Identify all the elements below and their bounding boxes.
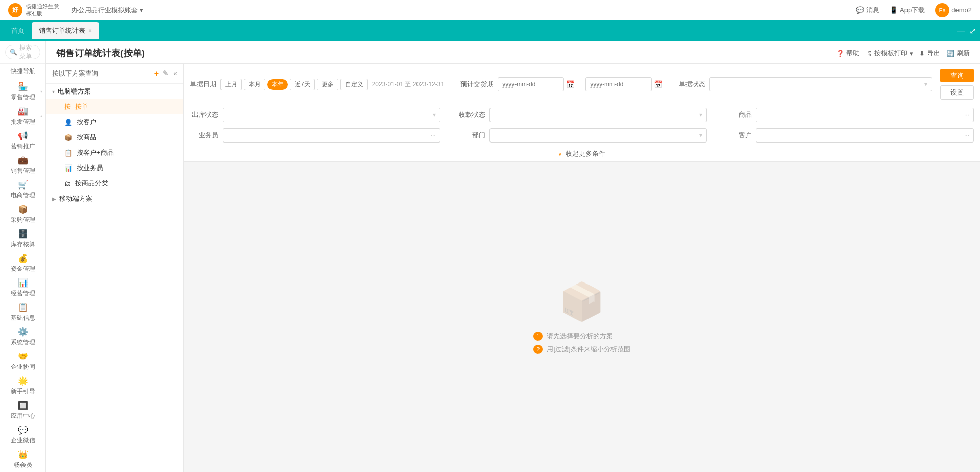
refresh-button[interactable]: 🔄 刷新 <box>946 49 970 58</box>
print-chevron-icon: ▾ <box>910 50 913 57</box>
tab-close-button[interactable]: × <box>88 27 92 34</box>
date-range-text: 2023-01-01 至 2023-12-31 <box>372 80 444 89</box>
apps-icon: 🔲 <box>18 400 28 410</box>
date-btn-7days[interactable]: 近7天 <box>290 79 315 90</box>
date-btn-last-month[interactable]: 上月 <box>220 79 242 90</box>
expected-date-start[interactable] <box>498 77 564 91</box>
sidebar-item-basic[interactable]: 📋 基础信息 <box>0 300 45 325</box>
dept-chevron-icon: ▾ <box>699 132 702 139</box>
date-btn-this-year[interactable]: 本年 <box>267 79 288 90</box>
set-button[interactable]: 设置 <box>940 85 974 100</box>
tab-sales-order-stats[interactable]: 销售订单统计表 × <box>32 22 99 39</box>
logo-area: 好 畅捷通好生意 标准版 <box>8 3 59 17</box>
sidebar-item-sales[interactable]: 💼 销售管理 <box>0 153 45 177</box>
salesperson-input[interactable]: ··· <box>223 128 440 143</box>
solution-item-by-customer-goods[interactable]: 📋 按客户+商品 <box>46 145 183 160</box>
enterprise-icon: 🤝 <box>18 351 28 361</box>
sidebar-item-quick-nav[interactable]: 快捷导航 <box>0 64 45 79</box>
collect-status-label: 收款状态 <box>457 110 485 120</box>
app-download-button[interactable]: 📱 App下载 <box>890 6 925 15</box>
sidebar-item-retail[interactable]: 🏪 零售管理 ▾ <box>0 79 45 104</box>
top-bar-right: 💬 消息 📱 App下载 Ea demo2 <box>856 3 972 17</box>
mobile-group-header[interactable]: ▶ 移动端方案 <box>46 191 183 206</box>
top-bar: 好 畅捷通好生意 标准版 办公用品行业模拟账套 ▾ 💬 消息 📱 App下载 E… <box>0 0 980 20</box>
solution-item-by-salesperson[interactable]: 📊 按业务员 <box>46 160 183 176</box>
hint-num-1: 1 <box>533 332 543 341</box>
date-btn-this-month[interactable]: 本月 <box>244 79 265 90</box>
collapse-bar[interactable]: ∧ 收起更多条件 <box>184 146 980 161</box>
sidebar-item-ecommerce[interactable]: 🛒 电商管理 <box>0 177 45 202</box>
add-solution-button[interactable]: + <box>154 69 159 78</box>
left-panel-title: 按以下方案查询 <box>52 69 99 78</box>
sidebar-item-system[interactable]: ⚙️ 系统管理 <box>0 325 45 349</box>
customer-input[interactable]: ··· <box>756 128 974 143</box>
sidebar-item-newbie[interactable]: 🌟 新手引导 <box>0 374 45 398</box>
sidebar: 🔍 搜索菜单 快捷导航 🏪 零售管理 ▾ 🏭 批发管理 ▴ 📢 营销推广 💼 销… <box>0 41 46 472</box>
solution-item-by-customer[interactable]: 👤 按客户 <box>46 114 183 130</box>
sidebar-item-enterprise[interactable]: 🤝 企业协同 <box>0 349 45 374</box>
tab-home[interactable]: 首页 <box>4 22 32 39</box>
logo-text: 畅捷通好生意 标准版 <box>26 3 59 16</box>
solution-item-by-goods[interactable]: 📦 按商品 <box>46 130 183 145</box>
top-bar-left: 好 畅捷通好生意 标准版 办公用品行业模拟账套 ▾ <box>8 3 143 17</box>
date-label: 单据日期 <box>190 80 216 89</box>
print-button[interactable]: 🖨 按模板打印 ▾ <box>866 49 913 58</box>
operations-icon: 📊 <box>18 278 28 288</box>
date-btn-custom[interactable]: 自定义 <box>340 79 368 90</box>
message-icon: 💬 <box>856 6 864 14</box>
sidebar-item-inventory[interactable]: 🗄️ 库存核算 <box>0 226 45 251</box>
export-icon: ⬇ <box>919 50 925 57</box>
sidebar-item-wechat[interactable]: 💬 企业微信 <box>0 423 45 447</box>
expected-date-end[interactable] <box>585 77 652 91</box>
status-chevron-icon: ▾ <box>924 81 927 88</box>
ship-status-select[interactable]: ▾ <box>223 108 440 122</box>
sidebar-item-member[interactable]: 👑 畅会员 <box>0 447 45 472</box>
date-btn-more[interactable]: 更多 <box>317 79 338 90</box>
salesperson-label: 业务员 <box>190 131 218 140</box>
solution-item-by-category[interactable]: 🗂 按商品分类 <box>46 176 183 191</box>
status-select[interactable]: ▾ <box>709 77 932 91</box>
collect-status-select[interactable]: ▾ <box>489 108 707 122</box>
maximize-icon[interactable]: ⤢ <box>969 26 976 36</box>
action-buttons: 查询 设置 <box>940 69 974 100</box>
messages-button[interactable]: 💬 消息 <box>856 6 879 15</box>
chevron-right-icon: ▾ <box>40 89 42 94</box>
ship-status-label: 出库状态 <box>190 110 218 120</box>
pc-group-header[interactable]: ▾ 电脑端方案 <box>46 84 183 99</box>
edit-solution-button[interactable]: ✎ <box>163 69 169 78</box>
app-selector[interactable]: 办公用品行业模拟账套 ▾ <box>71 6 143 15</box>
export-button[interactable]: ⬇ 导出 <box>919 49 940 58</box>
department-select[interactable]: ▾ <box>489 128 707 143</box>
help-button[interactable]: ❓ 帮助 <box>836 49 860 58</box>
page-header: 销售订单统计表(按单) ❓ 帮助 🖨 按模板打印 ▾ ⬇ 导出 🔄 刷新 <box>46 41 980 64</box>
salesperson-more-icon: ··· <box>431 132 436 139</box>
sidebar-item-finance[interactable]: 💰 资金管理 <box>0 251 45 275</box>
customer-goods-icon: 📋 <box>64 149 72 157</box>
left-panel-header: 按以下方案查询 + ✎ « <box>46 64 183 84</box>
sidebar-item-operations[interactable]: 📊 经营管理 <box>0 276 45 300</box>
query-button[interactable]: 查询 <box>940 69 974 82</box>
search-input[interactable]: 🔍 搜索菜单 <box>5 45 40 59</box>
ecommerce-icon: 🛒 <box>18 180 28 190</box>
chevron-down-icon: ▾ <box>52 89 55 95</box>
collapse-panel-button[interactable]: « <box>173 69 177 78</box>
nav-tabs: 首页 销售订单统计表 × — ⤢ <box>0 20 980 41</box>
sidebar-item-purchase[interactable]: 📦 采购管理 <box>0 202 45 226</box>
marketing-icon: 📢 <box>18 131 28 140</box>
minimize-icon[interactable]: — <box>957 26 965 36</box>
chevron-right-icon: ▶ <box>52 196 56 202</box>
calendar-icon-start[interactable]: 📅 <box>566 80 575 88</box>
wechat-icon: 💬 <box>18 425 28 435</box>
system-icon: ⚙️ <box>18 327 28 337</box>
main-wrapper: 🔍 搜索菜单 快捷导航 🏪 零售管理 ▾ 🏭 批发管理 ▴ 📢 营销推广 💼 销… <box>0 41 980 472</box>
solution-item-by-order[interactable]: 按 按单 <box>46 99 183 114</box>
date-buttons-group: 上月 本月 本年 近7天 更多 自定义 <box>220 79 368 90</box>
goods-input[interactable]: ··· <box>756 108 974 122</box>
calendar-icon-end[interactable]: 📅 <box>654 80 663 88</box>
sidebar-item-apps[interactable]: 🔲 应用中心 <box>0 398 45 423</box>
sidebar-item-wholesale[interactable]: 🏭 批发管理 ▴ <box>0 104 45 128</box>
chevron-up-icon: ▴ <box>40 114 42 119</box>
user-profile[interactable]: Ea demo2 <box>935 3 972 17</box>
filter-row-3: 业务员 ··· 部门 ▾ 客户 ··· <box>184 125 980 146</box>
sidebar-item-marketing[interactable]: 📢 营销推广 <box>0 128 45 153</box>
